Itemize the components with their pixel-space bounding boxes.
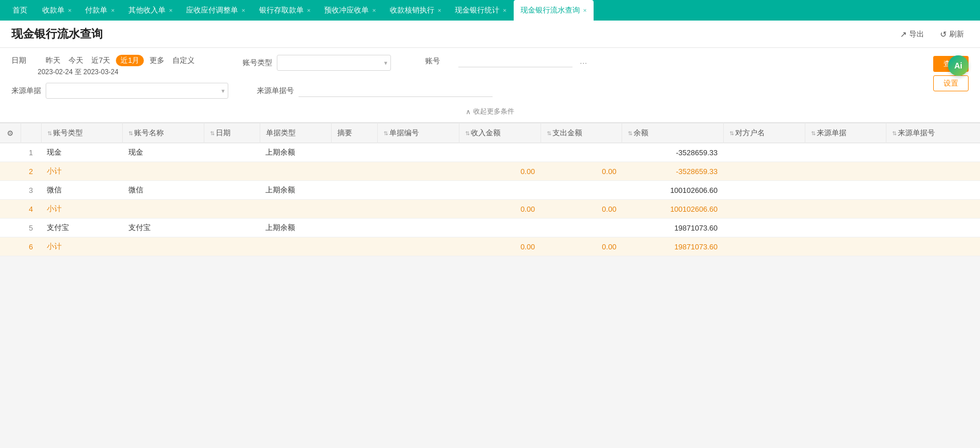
date-opt-custom[interactable]: 自定义 [170,55,197,66]
table-cell [723,181,805,200]
close-icon[interactable]: × [307,0,310,21]
column-counterpart[interactable]: ⇅对方户名 [723,123,805,143]
refresh-button[interactable]: ↺ 刷新 [935,27,969,42]
column-doc-type: 单据类型 [260,123,332,143]
source-doc-no-filter-group: 来源单据号 [257,84,493,97]
table-cell [723,237,805,256]
column-income[interactable]: ⇅收入金额 [459,123,541,143]
table-row: 3微信微信上期余额100102606.60 [0,181,980,200]
close-icon[interactable]: × [503,0,506,21]
table-cell [0,143,21,162]
column-doc-no[interactable]: ⇅单据编号 [378,123,459,143]
table-cell: 小计 [41,200,123,219]
account-label: 账号 [425,56,454,66]
collapse-bar[interactable]: ∧ 收起更多条件 [11,104,969,118]
table-cell: 支付宝 [123,219,204,237]
tab-bank-flow-query[interactable]: 现金银行流水查询 × [514,0,594,21]
tab-bank-deposit[interactable]: 银行存取款单 × [252,0,317,21]
table-cell: 支付宝 [41,219,123,237]
close-icon[interactable]: × [68,0,71,21]
table-cell [378,237,459,256]
account-input[interactable] [458,55,572,67]
ai-badge-button[interactable]: Ai [948,55,969,76]
table-cell: 0.00 [459,200,541,219]
column-account-type[interactable]: ⇅账号类型 [41,123,123,143]
table-cell [886,219,980,237]
table-row: 2小计0.000.00-3528659.33 [0,162,980,181]
table-cell [805,181,886,200]
table-cell [541,219,622,237]
tab-collection-exec[interactable]: 收款核销执行 × [383,0,448,21]
date-opt-1month[interactable]: 近1月 [116,55,144,66]
tab-prepayment[interactable]: 预收冲应收单 × [317,0,382,21]
table-cell: 小计 [41,162,123,181]
table-cell: 2 [21,162,41,181]
date-filter-group: 日期 昨天 今天 近7天 近1月 更多 自定义 2023-02-24 至 202… [11,55,197,77]
column-settings-icon[interactable]: ⚙ [0,123,21,143]
column-source-doc-no[interactable]: ⇅来源单据号 [886,123,980,143]
tab-payments[interactable]: 付款单 × [78,0,121,21]
table-cell: 100102606.60 [622,200,723,219]
column-expense[interactable]: ⇅支出金额 [541,123,622,143]
close-icon[interactable]: × [438,0,441,21]
date-options: 昨天 今天 近7天 近1月 更多 自定义 [43,55,197,66]
page-actions: ↗ 导出 ↺ 刷新 [896,27,969,42]
close-icon[interactable]: × [372,0,376,21]
table-cell [378,200,459,219]
table-cell: 现金 [41,143,123,162]
table-cell [332,181,378,200]
tab-bank-stats[interactable]: 现金银行统计 × [448,0,513,21]
table-cell [805,237,886,256]
tab-other-income[interactable]: 其他收入单 × [122,0,179,21]
export-button[interactable]: ↗ 导出 [896,27,929,42]
close-icon[interactable]: × [583,0,587,21]
tab-receipts[interactable]: 收款单 × [35,0,78,21]
date-opt-today[interactable]: 今天 [66,55,86,66]
table-header-row: ⚙ ⇅账号类型 ⇅账号名称 ⇅日期 单据类型 摘要 ⇅单据编号 ⇅收入金额 ⇅支… [0,123,980,143]
table-cell: 上期余额 [260,181,332,200]
tab-adjustment[interactable]: 应收应付调整单 × [179,0,252,21]
table-body: 1现金现金上期余额-3528659.332小计0.000.00-3528659.… [0,143,980,256]
more-dots-button[interactable]: ... [577,56,589,66]
table-cell: 现金 [123,143,204,162]
table-cell [723,219,805,237]
column-balance[interactable]: ⇅余额 [622,123,723,143]
source-doc-select-wrapper: ▾ [46,83,228,99]
table-cell [541,181,622,200]
table-cell: 微信 [41,181,123,200]
table-cell [204,219,260,237]
close-icon[interactable]: × [241,0,245,21]
table-cell [332,143,378,162]
table-cell [204,200,260,219]
close-icon[interactable]: × [111,0,114,21]
table-cell: 0.00 [541,237,622,256]
table-cell: 19871073.60 [622,237,723,256]
column-source-doc[interactable]: ⇅来源单据 [805,123,886,143]
table-row: 1现金现金上期余额-3528659.33 [0,143,980,162]
table-cell: -3528659.33 [622,143,723,162]
page-header: 现金银行流水查询 ↗ 导出 ↺ 刷新 [0,21,980,48]
table-cell: 0.00 [541,200,622,219]
table-cell: 1 [21,143,41,162]
table-cell [204,143,260,162]
column-account-name[interactable]: ⇅账号名称 [123,123,204,143]
date-opt-more[interactable]: 更多 [147,55,167,66]
source-doc-select[interactable] [46,83,228,99]
table-cell [204,237,260,256]
table-cell [0,162,21,181]
date-opt-7days[interactable]: 近7天 [89,55,112,66]
table-cell [332,200,378,219]
close-icon[interactable]: × [169,0,172,21]
table-cell [459,143,541,162]
source-doc-no-input[interactable] [299,84,493,97]
column-date[interactable]: ⇅日期 [204,123,260,143]
nav-home[interactable]: 首页 [5,0,35,21]
account-type-select[interactable] [277,55,391,71]
table-cell [332,219,378,237]
table-cell [204,181,260,200]
settings-button[interactable]: 设置 [933,75,969,91]
table-cell [378,181,459,200]
table-cell [0,219,21,237]
table-cell: 上期余额 [260,143,332,162]
date-opt-yesterday[interactable]: 昨天 [43,55,63,66]
